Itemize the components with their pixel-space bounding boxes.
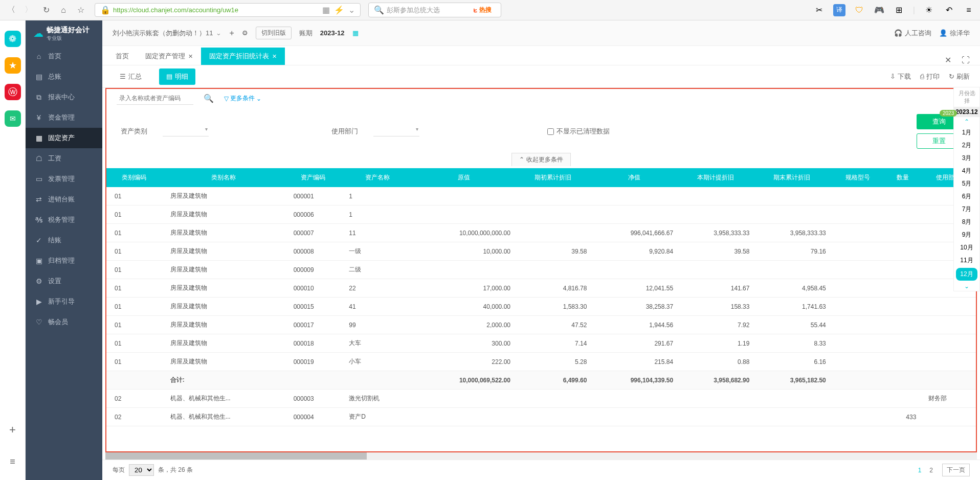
apps-icon[interactable]: ⊞ bbox=[893, 4, 905, 16]
search-icon: 🔍 bbox=[374, 5, 384, 15]
home-icon[interactable]: ⌂ bbox=[57, 4, 70, 16]
back-icon[interactable]: 〈 bbox=[5, 4, 17, 16]
browser-search[interactable]: 🔍 彭斯参加总统大选 ㇶ热搜 bbox=[368, 3, 501, 17]
game-icon[interactable]: 🎮 bbox=[873, 4, 885, 16]
resou-badge[interactable]: ㇶ热搜 bbox=[468, 5, 496, 15]
flash-icon[interactable]: ⚡ bbox=[334, 5, 344, 15]
lock-icon: 🔒 bbox=[100, 5, 110, 15]
browser-toolbar: 〈 〉 ↻ ⌂ ☆ 🔒 https://cloud.chanjet.com/ac… bbox=[0, 0, 980, 20]
scissors-icon[interactable]: ✂ bbox=[813, 4, 826, 16]
shield-icon[interactable]: 🛡 bbox=[853, 4, 865, 16]
qr-icon[interactable]: ▦ bbox=[322, 5, 330, 15]
restore-icon[interactable]: ↶ bbox=[943, 4, 955, 16]
star-icon[interactable]: ☆ bbox=[75, 4, 87, 16]
search-placeholder: 彭斯参加总统大选 bbox=[387, 6, 440, 15]
url-chevron-icon[interactable]: ⌄ bbox=[348, 5, 355, 15]
reload-icon[interactable]: ↻ bbox=[40, 4, 52, 16]
url-text: https://cloud.chanjet.com/accounting/uw1… bbox=[113, 6, 238, 14]
translate-icon[interactable]: 译 bbox=[833, 4, 845, 16]
url-bar[interactable]: 🔒 https://cloud.chanjet.com/accounting/u… bbox=[95, 3, 361, 17]
sun-icon[interactable]: ☀ bbox=[923, 4, 935, 16]
forward-icon[interactable]: 〉 bbox=[23, 4, 35, 16]
menu-icon[interactable]: ≡ bbox=[963, 4, 975, 16]
